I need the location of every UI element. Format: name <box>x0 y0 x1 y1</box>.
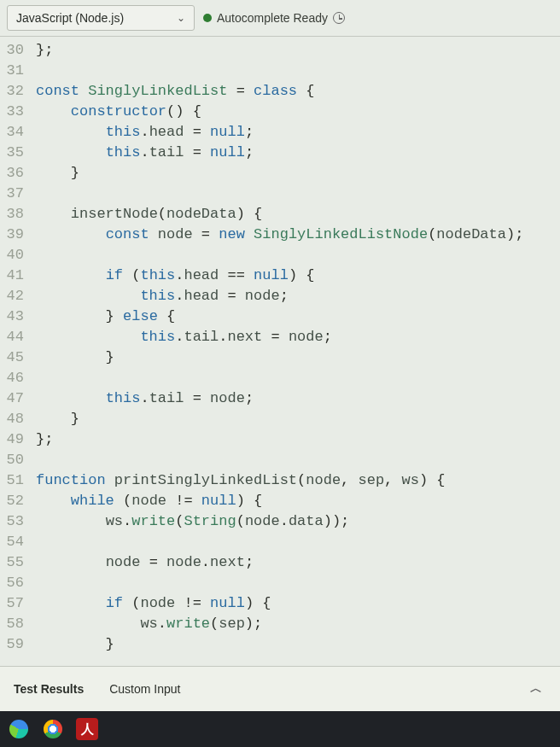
code-content[interactable]: this.head = null; <box>36 122 560 143</box>
code-content[interactable]: this.tail = null; <box>36 143 560 163</box>
code-line[interactable]: 55 node = node.next; <box>0 552 560 573</box>
code-line[interactable]: 43 } else { <box>0 306 560 327</box>
code-content[interactable]: this.tail = node; <box>36 388 560 409</box>
code-content[interactable]: function printSinglyLinkedList(node, sep… <box>36 470 560 491</box>
line-number: 33 <box>0 102 36 122</box>
code-line[interactable]: 51function printSinglyLinkedList(node, s… <box>0 470 560 491</box>
code-line[interactable]: 59 } <box>0 634 560 655</box>
line-number: 44 <box>0 327 36 347</box>
code-content[interactable]: }; <box>36 40 560 61</box>
taskbar-edge[interactable] <box>5 715 32 743</box>
code-line[interactable]: 44 this.tail.next = node; <box>0 327 560 347</box>
code-content[interactable] <box>36 573 560 593</box>
line-number: 55 <box>0 552 36 573</box>
code-content[interactable] <box>36 368 560 388</box>
code-line[interactable]: 39 const node = new SinglyLinkedListNode… <box>0 225 560 245</box>
code-content[interactable] <box>36 245 560 266</box>
code-content[interactable]: } <box>36 409 560 429</box>
code-content[interactable] <box>36 184 560 204</box>
taskbar: 人 <box>0 711 560 747</box>
editor-topbar: JavaScript (Node.js) ⌄ Autocomplete Read… <box>0 0 560 37</box>
line-number: 59 <box>0 634 36 655</box>
code-line[interactable]: 31 <box>0 61 560 81</box>
line-number: 31 <box>0 61 36 81</box>
line-number: 56 <box>0 573 36 593</box>
code-content[interactable]: }; <box>36 429 560 450</box>
code-content[interactable]: node = node.next; <box>36 552 560 573</box>
status-text: Autocomplete Ready <box>217 11 328 25</box>
taskbar-pdf[interactable]: 人 <box>73 715 101 743</box>
taskbar-chrome[interactable] <box>39 715 67 743</box>
code-line[interactable]: 34 this.head = null; <box>0 122 560 143</box>
line-number: 37 <box>0 184 36 204</box>
line-number: 58 <box>0 614 36 634</box>
code-content[interactable]: } <box>36 163 560 184</box>
code-line[interactable]: 37 <box>0 184 560 204</box>
code-content[interactable]: constructor() { <box>36 102 560 122</box>
code-line[interactable]: 46 <box>0 368 560 388</box>
code-content[interactable]: insertNode(nodeData) { <box>36 204 560 225</box>
code-line[interactable]: 33 constructor() { <box>0 102 560 122</box>
edge-icon <box>9 720 28 738</box>
code-line[interactable]: 49}; <box>0 429 560 450</box>
code-line[interactable]: 47 this.tail = node; <box>0 388 560 409</box>
line-number: 40 <box>0 245 36 266</box>
code-content[interactable] <box>36 532 560 552</box>
line-number: 42 <box>0 286 36 306</box>
line-number: 45 <box>0 347 36 368</box>
code-editor[interactable]: 30};3132const SinglyLinkedList = class {… <box>0 37 560 668</box>
code-content[interactable]: if (this.head == null) { <box>36 266 560 286</box>
code-content[interactable]: } <box>36 634 560 655</box>
code-line[interactable]: 30}; <box>0 40 560 61</box>
code-line[interactable]: 58 ws.write(sep); <box>0 614 560 634</box>
code-content[interactable]: } else { <box>36 306 560 327</box>
code-line[interactable]: 36 } <box>0 163 560 184</box>
code-content[interactable]: const SinglyLinkedList = class { <box>36 81 560 102</box>
code-content[interactable]: if (node != null) { <box>36 593 560 614</box>
chevron-up-icon[interactable]: ︿ <box>526 679 546 699</box>
code-line[interactable]: 54 <box>0 532 560 552</box>
line-number: 54 <box>0 532 36 552</box>
code-line[interactable]: 32const SinglyLinkedList = class { <box>0 81 560 102</box>
language-label: JavaScript (Node.js) <box>16 11 124 25</box>
line-number: 41 <box>0 266 36 286</box>
line-number: 39 <box>0 225 36 245</box>
pdf-icon: 人 <box>76 718 98 740</box>
code-content[interactable]: } <box>36 347 560 368</box>
code-line[interactable]: 35 this.tail = null; <box>0 143 560 163</box>
code-line[interactable]: 52 while (node != null) { <box>0 491 560 511</box>
line-number: 51 <box>0 470 36 491</box>
code-line[interactable]: 45 } <box>0 347 560 368</box>
line-number: 35 <box>0 143 36 163</box>
line-number: 48 <box>0 409 36 429</box>
code-line[interactable]: 38 insertNode(nodeData) { <box>0 204 560 225</box>
code-line[interactable]: 48 } <box>0 409 560 429</box>
code-line[interactable]: 56 <box>0 573 560 593</box>
line-number: 30 <box>0 40 36 61</box>
line-number: 50 <box>0 450 36 470</box>
code-content[interactable] <box>36 61 560 81</box>
code-line[interactable]: 53 ws.write(String(node.data)); <box>0 511 560 532</box>
code-content[interactable]: while (node != null) { <box>36 491 560 511</box>
tab-custom-input[interactable]: Custom Input <box>109 682 180 696</box>
language-select[interactable]: JavaScript (Node.js) ⌄ <box>7 5 195 31</box>
code-content[interactable]: ws.write(sep); <box>36 614 560 634</box>
line-number: 57 <box>0 593 36 614</box>
code-content[interactable]: const node = new SinglyLinkedListNode(no… <box>36 225 560 245</box>
line-number: 34 <box>0 122 36 143</box>
code-line[interactable]: 50 <box>0 450 560 470</box>
code-line[interactable]: 40 <box>0 245 560 266</box>
code-content[interactable]: this.head = node; <box>36 286 560 306</box>
tab-test-results[interactable]: Test Results <box>14 682 84 696</box>
line-number: 53 <box>0 511 36 532</box>
status-dot-icon <box>203 14 212 22</box>
code-line[interactable]: 42 this.head = node; <box>0 286 560 306</box>
chevron-down-icon: ⌄ <box>177 12 185 24</box>
code-content[interactable]: this.tail.next = node; <box>36 327 560 347</box>
code-content[interactable]: ws.write(String(node.data)); <box>36 511 560 532</box>
code-line[interactable]: 41 if (this.head == null) { <box>0 266 560 286</box>
chrome-icon <box>44 720 62 738</box>
line-number: 46 <box>0 368 36 388</box>
code-content[interactable] <box>36 450 560 470</box>
code-line[interactable]: 57 if (node != null) { <box>0 593 560 614</box>
